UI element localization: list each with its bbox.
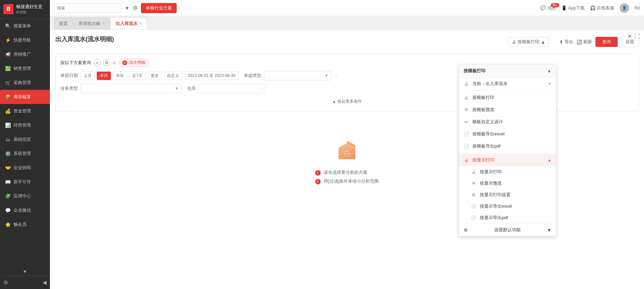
filter-expand-icon[interactable]: « [113,59,116,66]
tab-home[interactable]: 首页 [54,18,73,29]
finance-icon: 💰 [5,108,11,114]
topbar-search-input[interactable] [54,3,121,13]
sales-icon: 💹 [5,65,11,72]
filter-setting-button[interactable]: ⚙ [103,59,110,66]
display-excel-label: 按显示导出excel [480,203,512,209]
purchase-icon: 🛒 [5,80,11,86]
sidebar-item-guide[interactable]: 📖 新手引导 [0,175,50,189]
date-btn-this-month[interactable]: 本月 [97,72,111,80]
message-btn[interactable]: 💬 消息 99+ [540,5,556,11]
date-btn-7days[interactable]: 近7天 [129,72,146,80]
user-avatar[interactable]: 👤 [620,3,629,13]
sidebar-item-inventory[interactable]: 📦 库存核算 [0,90,50,104]
warehouse-select[interactable]: ··· [199,84,266,93]
date-btn-this-year[interactable]: 本年 [113,72,127,80]
filter-field-date: 单据日期 上月 本月 本年 近7天 更多 自定义 2023-06-01 至 20… [60,72,238,80]
display-excel-icon: 📄 [471,204,476,209]
filter-tag-icon: ⚙ [122,60,127,65]
username-label[interactable]: Rit [635,5,640,10]
dropdown-display-section[interactable]: 🖨 按显示打印 ▲ [459,154,556,166]
dropdown-display-preview[interactable]: 👁 按显示预览 [459,178,556,189]
sidebar-item-marketing[interactable]: 📢 营销推广 [0,47,50,61]
scroll-down-btn[interactable]: ▼ [23,269,27,274]
query-button[interactable]: 查询 [595,37,618,47]
app-download-btn[interactable]: 📱 App下载 [561,5,585,11]
filter-field-warehouse: 仓库 ··· [187,84,266,93]
export-button[interactable]: ⬆ 导出 [559,39,573,45]
step-1-text: 请先选择要分析的方案 [324,170,368,175]
sidebar-scroll-down[interactable]: ▼ [0,267,50,275]
toolbar-right: 🖨 按模板打印 ▲ ··· ⬆ 导出 🔄 刷新 查询 设置 [508,36,639,47]
template-print-button[interactable]: 🖨 按模板打印 ▲ [508,37,549,47]
tab-flow[interactable]: 出入库流水 × [111,18,147,29]
topbar-dropdown-arrow[interactable]: ▼ [125,5,129,11]
refresh-button[interactable]: 🔄 刷新 [577,39,592,45]
sidebar-item-system[interactable]: ⚙️ 系统管理 [0,147,50,161]
dropdown-item-template-excel[interactable]: 📄 按模板导出excel [459,128,556,140]
filter-tag[interactable]: ⚙ 流水明细 [119,58,149,67]
dropdown-item-template-print[interactable]: 🖨 按模板打印 [459,91,556,104]
display-settings-icon: ⚙ [471,192,476,198]
dropdown-item-template-custom[interactable]: ✏ 模板自定义设计 [459,116,556,128]
sidebar-item-operation[interactable]: 📊 经营管理 [0,118,50,132]
window-expand-icon[interactable]: ⛶ [635,33,640,40]
date-btn-last-month[interactable]: 上月 [81,72,95,80]
sidebar-item-quicknav[interactable]: ⚡ 快捷导航 [0,33,50,47]
dropdown-display-print[interactable]: 🖨 按显示打印 [459,166,556,178]
sidebar-item-collab[interactable]: 🤝 企业协同 [0,161,50,175]
dropdown-collapse-arrow[interactable]: ▲ [547,69,551,73]
tab-batch-close[interactable]: × [103,21,105,26]
sidebar-item-search[interactable]: 🔍 搜索菜单 [0,19,50,33]
tab-batch[interactable]: 库存批次账 × [74,18,110,29]
wechat-icon: 💬 [5,207,11,213]
dropdown-display-excel[interactable]: 📄 按显示导出excel [459,201,556,212]
collapse-sidebar-icon[interactable]: ◀ [42,279,47,286]
display-pdf-label: 按显示导出pdf [480,215,508,221]
refresh-icon: 🔄 [577,40,582,45]
marketing-icon: 📢 [5,51,11,57]
settings-bottom-icon[interactable]: ⚙ [3,279,8,286]
date-btn-more[interactable]: 更多 [148,72,162,80]
topbar-gear-icon[interactable]: ⚙ [133,5,138,11]
dropdown-current[interactable]: 🖨 当前：出入库流水 ▼ [459,78,556,90]
dropdown-item-template-preview[interactable]: 👁 按模板预览 [459,104,556,116]
collapse-label: 收起更多条件 [338,99,362,104]
customer-service-btn[interactable]: 🎧 在线客服 [590,5,614,11]
display-pdf-icon: 📄 [471,215,476,220]
window-close-icon[interactable]: ✕ [627,33,632,40]
logo-text-block: 畅捷通好生意 标准版 [16,4,42,15]
app-logo: B 畅捷通好生意 标准版 [0,0,50,19]
biz-select[interactable]: ▼ [81,84,182,93]
current-label: 当前：出入库流水 [472,81,507,87]
collab-icon: 🤝 [5,165,11,171]
tab-flow-close[interactable]: × [140,21,142,26]
sidebar-item-finance[interactable]: 💰 资金管理 [0,104,50,118]
sidebar-item-basic[interactable]: 🗂 基础信息 [0,132,50,147]
date-label: 单据日期 [60,73,78,79]
app-download-label: App下载 [568,5,585,11]
warehouse-more-btn[interactable]: ··· [260,86,263,91]
sidebar-item-purchase[interactable]: 🛒 采购管理 [0,76,50,90]
dropdown-display-pdf[interactable]: 📄 按显示导出pdf [459,212,556,224]
display-section-icon: 🖨 [464,157,469,163]
template-excel-label: 按模板导出excel [472,131,504,137]
collapse-up-icon: ▲ [332,99,336,104]
trial-button[interactable]: 体验行业方案 [141,3,177,13]
display-print-icon: 🖨 [471,169,476,175]
dropdown-item-template-pdf[interactable]: 📄 按模板导出pdf [459,140,556,152]
filter-add-button[interactable]: + [94,59,100,66]
print-dropdown: 按模板打印 ▲ 🖨 当前：出入库流水 ▼ 🖨 按模板打印 👁 按模板预览 ✏ [459,64,556,236]
type-select[interactable]: ▼ [264,71,331,80]
sidebar-item-member[interactable]: ⭐ 畅会员 [0,217,50,232]
tab-flow-label: 出入库流水 [116,21,138,27]
sidebar-item-sales[interactable]: 💹 销售管理 [0,61,50,76]
quicknav-icon: ⚡ [5,37,11,43]
type-more-btn[interactable]: ··· [334,73,338,78]
dropdown-display-print-settings[interactable]: ⚙ 按显示打印设置 [459,189,556,201]
sidebar-item-wechat[interactable]: 💬 企业微信 [0,203,50,217]
dropdown-footer[interactable]: ⚙ 设置默认功能 ▼ [459,224,556,236]
sidebar-item-label: 快捷导航 [13,37,31,43]
sidebar-item-apps[interactable]: 🧩 应用中心 [0,189,50,203]
date-btn-custom[interactable]: 自定义 [164,72,182,80]
empty-step-2: 2 用[过滤]条件来缩小分析范围 [315,177,379,186]
